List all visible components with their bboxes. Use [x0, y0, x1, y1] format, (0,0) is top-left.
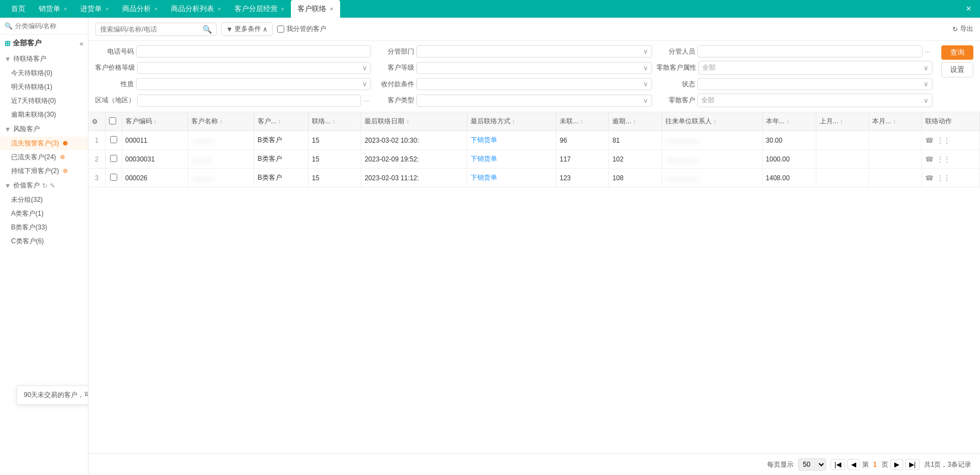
region-input[interactable]	[137, 95, 361, 107]
risk-section-header[interactable]: ▼ 风险客户	[0, 122, 88, 137]
contact-icon[interactable]: ☎	[925, 174, 934, 182]
col-checkbox	[105, 112, 122, 131]
row-actions: ☎ ⋮⋮	[921, 150, 979, 169]
sidebar-item-overdue-contact[interactable]: 逾期未联络(30)	[0, 108, 88, 122]
sidebar-item-tomorrow[interactable]: 明天待联络(1)	[0, 80, 88, 94]
phone-input[interactable]	[136, 45, 371, 58]
sidebar-item-class-b[interactable]: B类客户(33)	[0, 221, 88, 234]
col-type[interactable]: 客户...	[254, 112, 308, 131]
col-no-contact[interactable]: 未联...	[556, 112, 608, 131]
row-code: 00030031	[122, 150, 188, 169]
retail-attr-select[interactable]: 全部 ∨	[698, 61, 932, 75]
col-last-method[interactable]: 最后联络方式	[467, 112, 556, 131]
next-page-btn[interactable]: ▶	[890, 459, 903, 470]
close-icon[interactable]: ×	[105, 6, 108, 12]
customer-level-select[interactable]: ∨	[416, 62, 651, 74]
status-select[interactable]: ∨	[697, 78, 932, 90]
row-last-method[interactable]: 下销货单	[467, 150, 556, 169]
export-btn[interactable]: ↻ 导出	[952, 24, 973, 34]
contact-icon[interactable]: ☎	[925, 155, 934, 163]
close-icon[interactable]: ×	[217, 6, 221, 12]
select-all-checkbox[interactable]	[109, 117, 116, 124]
data-table: ⚙ 客户编码 客户名称 客户...	[88, 112, 980, 187]
col-settings[interactable]: ⚙	[88, 112, 105, 131]
close-icon[interactable]: ×	[330, 6, 333, 12]
chevron-down-icon: ∨	[362, 64, 367, 72]
global-close-icon[interactable]: ×	[962, 4, 976, 14]
col-name[interactable]: 客户名称	[188, 112, 254, 131]
all-customers-header[interactable]: ⊞ 全部客户 «	[0, 35, 88, 51]
nature-select[interactable]: ∨	[136, 78, 371, 90]
collapse-icon[interactable]: «	[80, 39, 84, 48]
tab-sales[interactable]: 销货单 ×	[32, 0, 74, 18]
close-icon[interactable]: ×	[281, 6, 284, 12]
search-btn[interactable]: 🔍	[202, 25, 212, 34]
col-contact[interactable]: 联络...	[308, 112, 361, 131]
table-row: 1 000011 B类客户 15 2023-03-02 10:30: 下销货单 …	[88, 131, 980, 150]
price-tier-select[interactable]: ∨	[137, 62, 371, 74]
my-customer-checkbox[interactable]	[277, 25, 284, 33]
dots-icon[interactable]: ···	[922, 48, 932, 55]
row-select-checkbox[interactable]	[110, 136, 117, 143]
sidebar-section-pending: ▼ 待联络客户 今天待联络(0) 明天待联络(1) 近7天待联络(0) 逾期未联…	[0, 51, 88, 122]
page-size-select[interactable]: 50 100 200	[798, 458, 826, 471]
more-icon[interactable]: ⋮⋮	[937, 174, 950, 182]
contact-icon[interactable]: ☎	[925, 137, 934, 144]
sidebar-item-class-c[interactable]: C类客户(6)	[0, 234, 88, 248]
sidebar-item-declining[interactable]: 持续下滑客户(2)	[0, 164, 88, 178]
query-button[interactable]: 查询	[941, 45, 973, 60]
close-icon[interactable]: ×	[154, 6, 158, 12]
pending-section-header[interactable]: ▼ 待联络客户	[0, 51, 88, 66]
row-contact-person	[661, 131, 762, 150]
value-section-header[interactable]: ▼ 价值客户 ↻ ✎	[0, 178, 88, 193]
settings-button[interactable]: 设置	[941, 62, 973, 77]
col-last-month[interactable]: 上月...	[816, 112, 868, 131]
row-select-checkbox[interactable]	[110, 174, 117, 181]
more-icon[interactable]: ⋮⋮	[937, 155, 950, 163]
sidebar-item-class-a[interactable]: A类客户(1)	[0, 207, 88, 221]
row-last-date: 2023-02-09 19:52:	[361, 150, 467, 169]
col-code[interactable]: 客户编码	[122, 112, 188, 131]
last-page-btn[interactable]: ▶|	[905, 459, 920, 470]
tab-analysis-list[interactable]: 商品分析列表 ×	[164, 0, 227, 18]
row-contact-count: 15	[308, 131, 361, 150]
filter-customer-type: 客户类型 ∨	[376, 95, 651, 107]
grid-icon: ⊞	[4, 39, 11, 48]
col-this-month[interactable]: 本月...	[869, 112, 921, 131]
sidebar-search-input[interactable]	[15, 22, 84, 30]
tab-customer-contact[interactable]: 客户联络 ×	[291, 0, 340, 18]
search-input[interactable]	[100, 25, 202, 33]
row-contact-count: 15	[308, 169, 361, 187]
sidebar-item-ungrouped[interactable]: 未分组(32)	[0, 193, 88, 207]
col-last-date[interactable]: 最后联络日期	[361, 112, 467, 131]
person-input[interactable]	[697, 45, 922, 58]
edit-icon[interactable]: ✎	[50, 182, 55, 190]
col-this-year[interactable]: 本年...	[762, 112, 816, 131]
tab-analysis[interactable]: 商品分析 ×	[116, 0, 164, 18]
refresh-icon[interactable]: ↻	[42, 182, 48, 190]
col-overdue[interactable]: 逾期...	[609, 112, 661, 131]
tab-home[interactable]: 首页	[4, 0, 32, 18]
prev-page-btn[interactable]: ◀	[847, 459, 860, 470]
more-icon[interactable]: ⋮⋮	[937, 137, 950, 144]
filter-row-3: 性质 ∨ 收付款条件 ∨	[95, 78, 932, 90]
close-icon[interactable]: ×	[64, 6, 67, 12]
sidebar-item-7days[interactable]: 近7天待联络(0)	[0, 94, 88, 108]
filter-row-4: 区域（地区） ··· 客户类型 ∨ 零散客户	[95, 93, 932, 107]
sidebar-item-churn-warning[interactable]: 流失预警客户(3)	[0, 137, 88, 150]
dots-icon[interactable]: ···	[361, 97, 371, 105]
payment-select[interactable]: ∨	[416, 78, 651, 90]
tab-purchase[interactable]: 进货单 ×	[74, 0, 115, 18]
col-contact-person[interactable]: 往来单位联系人	[661, 112, 762, 131]
row-last-method[interactable]: 下销货单	[467, 169, 556, 187]
retail-customer-select[interactable]: 全部 ∨	[697, 93, 932, 107]
sidebar-item-churned[interactable]: 已流失客户(24)	[0, 150, 88, 164]
tab-customer-tier[interactable]: 客户分层经营 ×	[228, 0, 291, 18]
more-filter-btn[interactable]: ▼ 更多条件 ∧	[221, 22, 273, 36]
row-select-checkbox[interactable]	[110, 155, 117, 162]
dept-select[interactable]: ∨	[416, 45, 651, 58]
row-last-method[interactable]: 下销货单	[467, 131, 556, 150]
sidebar-item-today[interactable]: 今天待联络(0)	[0, 66, 88, 80]
customer-type-select[interactable]: ∨	[416, 95, 651, 107]
first-page-btn[interactable]: |◀	[831, 459, 845, 470]
